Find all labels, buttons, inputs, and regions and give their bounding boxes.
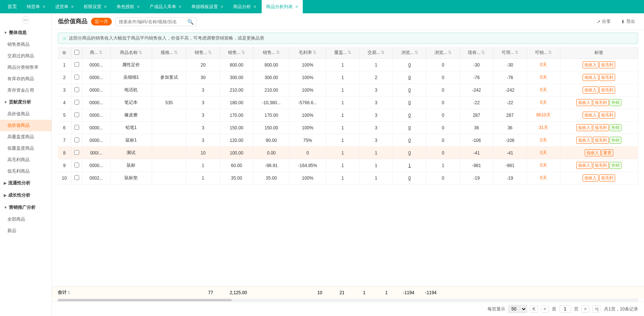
- row-checkbox-cell[interactable]: [71, 172, 82, 184]
- row-stock-available: -106: [493, 134, 527, 147]
- sidebar-item-stock-products[interactable]: 有库存的商品: [0, 73, 51, 85]
- sidebar-group-contribution[interactable]: ▼ 贡献度分析: [0, 96, 51, 108]
- sidebar-group-marketing[interactable]: ▼ 营销推广分析: [0, 201, 51, 214]
- search-icon[interactable]: 🔍: [187, 19, 194, 25]
- th-stock-sellable[interactable]: 可销...⇅: [527, 47, 560, 59]
- sidebar-item-new-products[interactable]: 新品: [0, 225, 51, 237]
- th-transactions[interactable]: 交易...⇅: [359, 47, 393, 59]
- row-checkbox[interactable]: [74, 62, 79, 67]
- row-stock-available: -22: [493, 96, 527, 109]
- first-page-button[interactable]: K: [530, 305, 538, 313]
- share-button[interactable]: ↗ 分享: [594, 17, 614, 26]
- sidebar-item-stock-capital[interactable]: 库存资金占用: [0, 85, 51, 96]
- row-checkbox-cell[interactable]: [71, 159, 82, 172]
- row-num: 4: [58, 96, 71, 109]
- row-checkbox-cell[interactable]: [71, 96, 82, 109]
- row-checkbox-cell[interactable]: [71, 134, 82, 147]
- row-checkbox[interactable]: [74, 163, 79, 167]
- sidebar-item-low-value[interactable]: 低价值商品: [0, 120, 51, 131]
- row-checkbox-cell[interactable]: [71, 122, 82, 134]
- close-icon[interactable]: ✕: [71, 4, 74, 9]
- views-link[interactable]: 1: [408, 163, 411, 168]
- close-icon[interactable]: ✕: [253, 4, 256, 9]
- sidebar-group-overall[interactable]: ▼ 整体信息: [0, 27, 51, 39]
- close-icon[interactable]: ✕: [137, 4, 140, 9]
- sidebar-item-high-margin[interactable]: 高毛利商品: [0, 154, 51, 166]
- th-checkbox[interactable]: [71, 47, 82, 59]
- views-link[interactable]: 0: [408, 138, 411, 143]
- search-input[interactable]: [119, 19, 185, 24]
- sidebar-collapse-button[interactable]: <<: [22, 16, 30, 24]
- th-sales2[interactable]: 销售...⇅: [220, 47, 253, 59]
- sidebar-item-traded-products[interactable]: 交易过的商品: [0, 50, 51, 62]
- views-link[interactable]: 0: [408, 62, 411, 68]
- row-checkbox-cell[interactable]: [71, 71, 82, 84]
- th-coverage[interactable]: 覆盖...⇅: [326, 47, 359, 59]
- close-icon[interactable]: ✕: [295, 4, 298, 9]
- views-link[interactable]: 0: [408, 75, 411, 80]
- close-icon[interactable]: ✕: [42, 4, 46, 9]
- th-sales3[interactable]: 销售...⇅: [253, 47, 289, 59]
- prev-page-button[interactable]: <: [541, 305, 549, 313]
- nav-purchase-order[interactable]: 进货单 ✕: [51, 0, 78, 13]
- views-link[interactable]: 0: [408, 150, 411, 156]
- sidebar-group-liquidity[interactable]: ▶ 流通性分析: [0, 177, 51, 189]
- nav-permissions[interactable]: 权限设置 ✕: [79, 0, 111, 13]
- nav-role-auth[interactable]: 角色授权 ✕: [112, 0, 144, 13]
- sidebar-item-high-coverage[interactable]: 高覆盖度商品: [0, 131, 51, 143]
- next-page-button[interactable]: >: [581, 305, 589, 313]
- views-link[interactable]: 0: [408, 125, 411, 130]
- th-spec[interactable]: 规格...⇅: [152, 47, 186, 59]
- row-checkbox[interactable]: [74, 150, 79, 155]
- sidebar-item-category-sales-rate[interactable]: 商品分类销售率: [0, 62, 51, 73]
- row-checkbox-cell[interactable]: [71, 109, 82, 122]
- th-product-name[interactable]: 商品名称⇅: [110, 47, 152, 59]
- page-size-select[interactable]: 50 20 100: [508, 305, 527, 313]
- sidebar-item-low-margin[interactable]: 低毛利商品: [0, 166, 51, 177]
- row-checkbox[interactable]: [74, 112, 79, 117]
- sidebar-item-all-products[interactable]: 全部商品: [0, 214, 51, 225]
- row-checkbox-cell[interactable]: [71, 59, 82, 71]
- views-link[interactable]: 0: [408, 100, 411, 105]
- table-wrapper[interactable]: ⚙ 商...⇅ 商品名称⇅ 规格...⇅ 销售...⇅ 销售...⇅ 销售...…: [58, 47, 638, 286]
- last-page-button[interactable]: >|: [592, 305, 601, 313]
- views-link[interactable]: 0: [408, 113, 411, 118]
- sidebar-group-growth[interactable]: ▶ 成长性分析: [0, 189, 51, 201]
- th-settings[interactable]: ⚙: [58, 47, 71, 59]
- page-number-input[interactable]: [559, 305, 571, 313]
- row-checkbox[interactable]: [74, 137, 79, 142]
- sidebar-item-sales-products[interactable]: 销售类商品: [0, 39, 51, 50]
- close-icon[interactable]: ✕: [104, 4, 107, 9]
- th-views1[interactable]: 浏览...⇅: [393, 47, 426, 59]
- views-link[interactable]: 0: [408, 88, 411, 93]
- nav-product-analysis[interactable]: 商品分析 ✕: [229, 0, 261, 13]
- row-days: 0天: [527, 59, 560, 71]
- th-sales1[interactable]: 销售...⇅: [186, 47, 219, 59]
- th-gross-margin[interactable]: 毛利率⇅: [289, 47, 326, 59]
- row-checkbox-cell[interactable]: [71, 84, 82, 96]
- row-checkbox[interactable]: [74, 75, 79, 79]
- close-icon[interactable]: ✕: [220, 4, 224, 9]
- nav-sales-order[interactable]: 销货单 ✕: [22, 0, 50, 13]
- row-checkbox-cell[interactable]: [71, 147, 82, 159]
- sidebar-item-low-coverage[interactable]: 低覆盖度商品: [0, 143, 51, 154]
- sidebar-item-high-value[interactable]: 高价值商品: [0, 108, 51, 120]
- th-stock-current[interactable]: 现有...⇅: [460, 47, 493, 59]
- nav-product-analysis-list[interactable]: 商品分析列表 ✕: [262, 0, 303, 13]
- time-tag-button[interactable]: 近一月: [91, 18, 112, 26]
- row-checkbox[interactable]: [74, 125, 79, 130]
- views-link[interactable]: 0: [408, 176, 411, 181]
- nav-home[interactable]: 首页: [3, 0, 21, 13]
- row-transactions: 1: [359, 159, 393, 172]
- close-icon[interactable]: ✕: [178, 4, 182, 9]
- nav-template-settings[interactable]: 单据模板设置 ✕: [187, 0, 228, 13]
- row-checkbox[interactable]: [74, 175, 79, 180]
- th-stock-available[interactable]: 可用...⇅: [493, 47, 527, 59]
- th-code[interactable]: 商...⇅: [82, 47, 110, 59]
- row-checkbox[interactable]: [74, 87, 79, 92]
- export-button[interactable]: ⬆ 导出: [618, 17, 638, 26]
- nav-product-storage[interactable]: 产成品入库单 ✕: [145, 0, 186, 13]
- select-all-checkbox[interactable]: [74, 50, 79, 55]
- th-views2[interactable]: 浏览...⇅: [426, 47, 460, 59]
- row-checkbox[interactable]: [74, 100, 79, 105]
